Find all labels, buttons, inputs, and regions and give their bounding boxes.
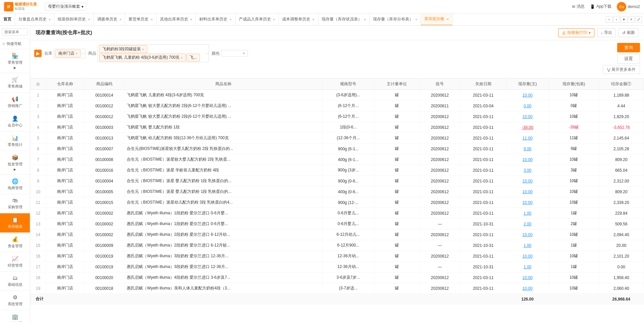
sidebar-item-basic[interactable]: 🗂 基础信息 xyxy=(0,272,30,291)
main-layout: ☆ 快捷导航 🏪 零售管理 ▶ 🛒 零售商城 📢 营销推广 👤 会员中心 xyxy=(0,25,644,322)
sidebar-item-finance[interactable]: 💰 资金管理 xyxy=(0,233,30,252)
tab-cheng-ben-close[interactable]: × xyxy=(312,17,314,21)
qty-link[interactable]: 10.00 xyxy=(523,232,533,237)
expand-more-btn[interactable]: ⋁ 展开更多条件 xyxy=(603,65,640,74)
sidebar-item-shop[interactable]: 🛒 零售商城 xyxy=(0,73,30,93)
cell-batch: 20200612 xyxy=(419,90,460,101)
settings-btn[interactable]: 设置 xyxy=(617,54,640,64)
qty-link[interactable]: 1.00 xyxy=(524,243,531,248)
tab-ku-cun-pi-ci-close[interactable]: × xyxy=(446,17,448,21)
qty-link[interactable]: 10.00 xyxy=(523,190,533,194)
tab-fen-liang-close[interactable]: × xyxy=(49,17,51,21)
tab-cheng-ben[interactable]: 成本调整单历史 × xyxy=(279,13,318,25)
quick-nav-label: 快捷导航 xyxy=(7,41,21,46)
tab-zu-zhuang-close[interactable]: × xyxy=(88,17,90,21)
sidebar-quick-nav[interactable]: ☆ 快捷导航 xyxy=(0,39,30,49)
qty-link[interactable]: 1.00 xyxy=(524,211,531,216)
warehouse-combo[interactable]: 南岸门店 × ··· xyxy=(54,49,86,58)
print-icon: 🖨 xyxy=(562,31,566,35)
message-btn[interactable]: ✉ 消息 xyxy=(572,4,585,9)
tab-xian-cun-fen-bu[interactable]: 现存量（库存分布表） × xyxy=(370,13,421,25)
qty-link[interactable]: 10.00 xyxy=(523,275,533,280)
table-row: 12 南岸门店 00100002 惠氏启赋（Wyeth illuma）1段奶粉 … xyxy=(30,208,644,219)
qty-link[interactable]: 10.00 xyxy=(523,93,533,98)
tab-ku-cun-pi-ci[interactable]: 库存批次账 × xyxy=(421,13,452,25)
tab-diao-bo[interactable]: 调拨单历史 × xyxy=(94,13,125,25)
product-tag-1[interactable]: 飞鹤奶粉3段四罐提装 × xyxy=(99,45,147,53)
print-btn[interactable]: 🖨 按模板打印 ▾ xyxy=(558,28,594,37)
qty-link[interactable]: 0.00 xyxy=(524,104,531,108)
cell-expire: 2021-10-31 xyxy=(460,262,506,272)
sidebar-item-stats[interactable]: 📊 零售统计 xyxy=(0,131,30,151)
tabs-next-btn[interactable]: › xyxy=(613,16,620,23)
tab-diao-bo-close[interactable]: × xyxy=(119,17,121,21)
warehouse-ellipsis[interactable]: ··· xyxy=(82,51,85,56)
expand-btn[interactable]: ▶ xyxy=(34,50,42,57)
tabs-prev-btn[interactable]: ‹ xyxy=(606,16,612,23)
search-input[interactable] xyxy=(2,28,28,36)
sidebar-item-basic-label: 基础信息 xyxy=(8,282,22,287)
refresh-btn[interactable]: ↺ 刷新 xyxy=(619,28,639,37)
export-btn[interactable]: ↓ 导出 xyxy=(597,28,616,37)
tab-zu-zhuang[interactable]: 组装拆卸单历史 × xyxy=(54,13,94,25)
sidebar-item-company[interactable]: 🏢 企业协同 xyxy=(0,310,30,322)
sidebar-item-ecom[interactable]: 🌐 电商管理 xyxy=(0,175,30,194)
qty-link[interactable]: 10.00 xyxy=(523,157,533,162)
tab-yao-huo-close[interactable]: × xyxy=(151,17,153,21)
tab-chan-cheng-pin-close[interactable]: × xyxy=(273,17,275,21)
tabs-expand-btn[interactable]: ⤢ xyxy=(635,16,642,23)
sidebar-item-retail[interactable]: 🏪 零售管理 ▶ xyxy=(0,49,30,73)
qty-link[interactable]: 9.00 xyxy=(524,147,531,151)
qty-link[interactable]: 10.00 xyxy=(523,254,533,259)
qty-link[interactable]: -39.00 xyxy=(522,125,533,130)
product-tag-1-close[interactable]: × xyxy=(142,47,144,51)
sidebar-item-member[interactable]: 👤 会员中心 xyxy=(0,112,30,131)
product-tag-2-close[interactable]: × xyxy=(181,56,183,60)
tabs-close-btn[interactable]: × xyxy=(628,16,635,23)
tab-fen-liang[interactable]: 分量盘点单历史 × xyxy=(15,13,54,25)
app-download-label: App下载 xyxy=(596,4,611,9)
tab-qi-ta-chu-ku-close[interactable]: × xyxy=(190,17,192,21)
app-download-btn[interactable]: 📱 App下载 xyxy=(590,4,611,9)
qty-link[interactable]: 1.00 xyxy=(524,265,531,269)
warehouse-tag-close[interactable]: × xyxy=(75,51,77,55)
tab-xian-cun-fen-bu-close[interactable]: × xyxy=(415,17,417,21)
sidebar-item-marketing[interactable]: 📢 营销推广 xyxy=(0,93,30,112)
tab-cai-liao[interactable]: 材料出库单历史 × xyxy=(196,13,235,25)
qty-link[interactable]: 10.00 xyxy=(523,179,533,183)
warehouse-tag-nanan[interactable]: 南岸门店 × xyxy=(55,50,80,57)
tab-qi-ta-chu-ku[interactable]: 其他出库单历史 × xyxy=(157,13,196,25)
logo-area: 好 畅捷通好生意 标题版 xyxy=(4,2,37,11)
product-tag-2[interactable]: 飞鹤星飞帆 儿童奶粉 4段(3-6岁适用) 700克 × xyxy=(99,54,185,61)
tab-xian-cun-zhuang-kuang-close[interactable]: × xyxy=(364,17,366,21)
sidebar-item-system[interactable]: ⚙ 系统管理 xyxy=(0,291,30,310)
user-area[interactable]: Ea demo2 xyxy=(617,2,640,11)
settings-icon[interactable]: ⚙ xyxy=(36,82,40,87)
sidebar-item-operation[interactable]: 📈 经营管理 xyxy=(0,252,30,272)
qty-link[interactable]: 2.00 xyxy=(524,222,531,226)
tab-home[interactable]: 首页 xyxy=(0,13,15,25)
qty-link[interactable]: 10.00 xyxy=(523,286,533,291)
qty-link[interactable]: 10.00 xyxy=(523,114,533,119)
qty-link[interactable]: 10.00 xyxy=(523,200,533,205)
cell-qty-pack: 10罐 xyxy=(549,283,599,294)
sidebar-item-inventory[interactable]: 📋 库存核算 xyxy=(0,213,30,233)
sidebar-item-purchase[interactable]: 🛍 采购管理 xyxy=(0,194,30,213)
tab-cai-liao-close[interactable]: × xyxy=(229,17,231,21)
tabs-menu-btn[interactable]: ▾ xyxy=(621,16,627,23)
tab-yao-huo[interactable]: 要货单历史 × xyxy=(125,13,156,25)
retail-icon: 🏪 xyxy=(12,53,18,59)
product-combo[interactable]: 飞鹤奶粉3段四罐提装 × 飞鹤星飞帆 儿童奶粉 4段(3-6岁适用) 700克 … xyxy=(98,44,209,62)
color-selector[interactable]: ▾ xyxy=(221,50,248,57)
query-btn[interactable]: 查询 xyxy=(617,43,640,52)
quick-nav-btn[interactable]: ☆ 快捷导航 xyxy=(2,40,28,48)
qty-link[interactable]: 3.00 xyxy=(524,168,531,173)
cell-expire: 2021-03-11 xyxy=(460,111,506,122)
sidebar-item-wholesale[interactable]: 📦 批发管理 ▶ xyxy=(0,151,30,175)
tab-chan-cheng-pin[interactable]: 产成品入库单历史 × xyxy=(235,13,279,25)
product-tag-more[interactable]: 飞... xyxy=(186,54,200,61)
product-ellipsis[interactable]: ··· xyxy=(205,51,209,56)
tab-xian-cun-zhuang-kuang[interactable]: 现存量（库存状况表） × xyxy=(318,13,370,25)
qty-link[interactable]: 11.00 xyxy=(523,136,533,141)
org-selector[interactable]: 母婴行业演示账套 ▾ xyxy=(45,3,87,10)
